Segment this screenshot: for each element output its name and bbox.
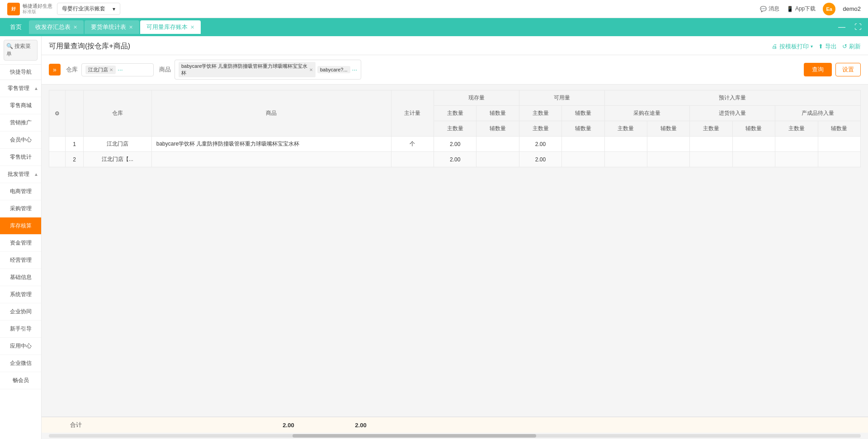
- row-unit-2: [391, 152, 434, 167]
- sidebar-item-finance[interactable]: 资金管理: [0, 235, 41, 252]
- row-cur-aux-1: [476, 137, 519, 152]
- scroll-thumb[interactable]: [292, 434, 536, 438]
- page-title: 可用量查询(按仓库+商品): [49, 42, 130, 51]
- top-bar-left: 好 畅捷通好生意 标准版 母婴行业演示账套 ▾: [7, 3, 120, 15]
- minimize-icon[interactable]: —: [835, 22, 848, 32]
- top-bar: 好 畅捷通好生意 标准版 母婴行业演示账套 ▾ 💬 消息 📱 App下载 Ea …: [0, 0, 868, 18]
- tab-close-receipt[interactable]: ✕: [73, 24, 77, 30]
- product-input[interactable]: babycare学饮杯 儿童防摔防撞吸管杯重力球吸嘴杯宝宝水杯 ✕ babyca…: [175, 60, 361, 80]
- avail-aux-header: 辅数量: [562, 106, 604, 121]
- row-num-2: 2: [66, 152, 84, 167]
- sidebar: 🔍 搜索菜单 快捷导航 零售管理 ▲ 零售商城 营销推广 会员中心 零售统计 批…: [0, 36, 42, 439]
- filter-expand-btn[interactable]: »: [49, 64, 61, 76]
- warehouse-tag-remove[interactable]: ✕: [109, 67, 113, 72]
- av-main-sub: 主数量: [519, 121, 561, 137]
- table-row: 1 江北门店 babycare学饮杯 儿童防摔防撞吸管杯重力球吸嘴杯宝宝水杯 个…: [49, 137, 861, 152]
- sidebar-item-ecommerce[interactable]: 电商管理: [0, 183, 41, 200]
- settings-button[interactable]: 设置: [835, 63, 861, 76]
- sidebar-item-retail-stats[interactable]: 零售统计: [0, 149, 41, 166]
- export-btn[interactable]: ⬆ 导出: [818, 42, 837, 51]
- cs-aux-sub: 辅数量: [476, 121, 519, 137]
- pur-transit-header: 采购在途量: [604, 106, 690, 121]
- pp-main-sub: 主数量: [775, 121, 818, 137]
- row-pt-main-2: [604, 152, 647, 167]
- print-template-btn[interactable]: 🖨 按模板打印 ▾: [772, 42, 813, 51]
- expand-icon-wholesale: ▲: [34, 172, 38, 177]
- sidebar-item-retail-mall[interactable]: 零售商城: [0, 97, 41, 114]
- username-label: demo2: [843, 5, 861, 12]
- sidebar-item-wecom[interactable]: 企业微信: [0, 355, 41, 372]
- sidebar-item-member2[interactable]: 畅会员: [0, 372, 41, 389]
- print-chevron-icon: ▾: [811, 44, 813, 49]
- avail-main-header: 主数量: [519, 106, 561, 121]
- warehouse-input[interactable]: 江北门店 ✕ ···: [81, 63, 154, 76]
- filter-bar: » 仓库 江北门店 ✕ ··· 商品 babycare学饮杯 儿童防摔防撞吸管杯…: [42, 55, 868, 85]
- pt-aux-sub: 辅数量: [647, 121, 689, 137]
- nav-bar-actions: — ⛶: [835, 22, 864, 32]
- logo-icon: 好: [7, 3, 20, 15]
- sidebar-item-ops[interactable]: 经营管理: [0, 252, 41, 269]
- cs-main-sub: 主数量: [434, 121, 476, 137]
- warehouse-filter-group: 仓库 江北门店 ✕ ···: [66, 63, 154, 76]
- total-label: 合计: [49, 421, 171, 429]
- row-num-1: 1: [66, 137, 84, 152]
- sidebar-item-system[interactable]: 系统管理: [0, 286, 41, 303]
- row-unit-1: 个: [391, 137, 434, 152]
- gear-icon[interactable]: ⚙: [55, 110, 60, 117]
- sidebar-item-enterprise[interactable]: 企业协同: [0, 303, 41, 321]
- sidebar-item-wholesale[interactable]: 批发管理 ▲: [0, 166, 41, 183]
- sidebar-search-area: 🔍 搜索菜单: [0, 36, 41, 65]
- row-ip-main-2: [690, 152, 732, 167]
- tab-order-stats[interactable]: 要货单统计表 ✕: [85, 20, 139, 34]
- in-pending-header: 进货待入量: [690, 106, 775, 121]
- message-icon: 💬: [760, 6, 767, 12]
- quick-nav-btn[interactable]: 快捷导航: [0, 65, 41, 80]
- page-header-actions: 🖨 按模板打印 ▾ ⬆ 导出 ↺ 刷新: [772, 42, 861, 51]
- row-av-main-1: 2.00: [519, 137, 561, 152]
- row-ip-aux-1: [732, 137, 775, 152]
- sidebar-item-retail[interactable]: 零售管理 ▲: [0, 80, 41, 97]
- search-menu-btn[interactable]: 🔍 搜索菜单: [4, 40, 38, 61]
- sidebar-item-newbie[interactable]: 新手引导: [0, 321, 41, 338]
- expand-icon-retail: ▲: [34, 86, 38, 91]
- sidebar-item-base[interactable]: 基础信息: [0, 269, 41, 286]
- ip-main-sub: 主数量: [690, 121, 732, 137]
- refresh-icon: ↺: [842, 43, 847, 50]
- tab-available-stock[interactable]: 可用量库存账本 ✕: [140, 20, 201, 34]
- top-bar-right: 💬 消息 📱 App下载 Ea demo2: [760, 3, 861, 15]
- row-cur-main-2: 2.00: [434, 152, 476, 167]
- tab-home[interactable]: 首页: [4, 20, 28, 34]
- row-warehouse-2: 江北门店【...: [84, 152, 152, 167]
- row-pp-main-1: [775, 137, 818, 152]
- product-more-icon[interactable]: ···: [352, 66, 358, 73]
- gear-header: ⚙: [49, 90, 66, 137]
- sidebar-item-purchase[interactable]: 采购管理: [0, 200, 41, 217]
- tab-close-order[interactable]: ✕: [129, 24, 133, 30]
- tab-receipt-summary[interactable]: 收发存汇总表 ✕: [29, 20, 84, 34]
- current-aux-header: 辅数量: [476, 106, 519, 121]
- app-download-btn[interactable]: 📱 App下载: [787, 5, 816, 13]
- maximize-icon[interactable]: ⛶: [852, 22, 864, 32]
- sidebar-item-marketing[interactable]: 营销推广: [0, 114, 41, 132]
- content-area: 可用量查询(按仓库+商品) 🖨 按模板打印 ▾ ⬆ 导出 ↺ 刷新 »: [42, 36, 868, 439]
- sidebar-item-member[interactable]: 会员中心: [0, 132, 41, 149]
- warehouse-more-icon[interactable]: ···: [118, 66, 123, 73]
- industry-selector[interactable]: 母婴行业演示账套 ▾: [57, 3, 120, 15]
- tab-close-available[interactable]: ✕: [190, 24, 194, 30]
- product-filter-group: 商品 babycare学饮杯 儿童防摔防撞吸管杯重力球吸嘴杯宝宝水杯 ✕ bab…: [159, 60, 361, 80]
- row-pt-aux-2: [647, 152, 689, 167]
- product-tag-0-remove[interactable]: ✕: [309, 67, 313, 72]
- row-pt-aux-1: [647, 137, 689, 152]
- message-btn[interactable]: 💬 消息: [760, 5, 779, 13]
- query-button[interactable]: 查询: [804, 63, 832, 76]
- refresh-btn[interactable]: ↺ 刷新: [842, 42, 861, 51]
- scroll-track[interactable]: [49, 434, 861, 438]
- product-tag-1: babycare?...: [317, 66, 350, 73]
- chevron-down-icon: ▾: [113, 6, 115, 12]
- row-product-2: [151, 152, 391, 167]
- row-gear: [49, 137, 66, 152]
- avatar[interactable]: Ea: [823, 3, 835, 15]
- av-aux-sub: 辅数量: [562, 121, 604, 137]
- sidebar-item-inventory[interactable]: 库存核算: [0, 217, 41, 235]
- sidebar-item-appstore[interactable]: 应用中心: [0, 338, 41, 355]
